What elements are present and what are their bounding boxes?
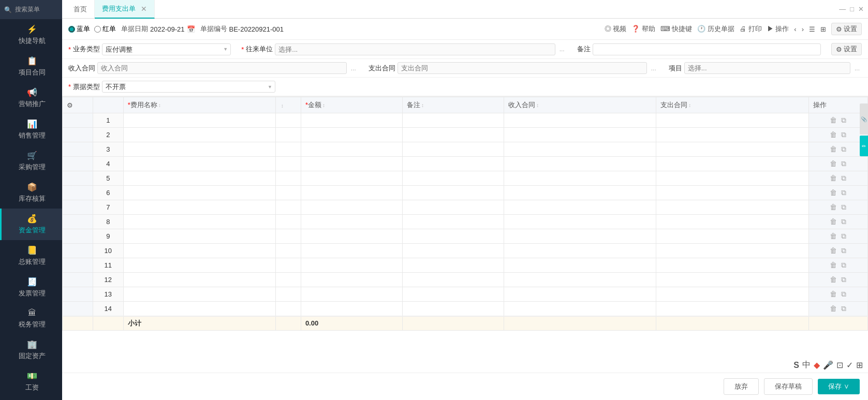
copy-row-10-button[interactable]: ⧉ bbox=[841, 246, 846, 255]
row-amount-11[interactable] bbox=[301, 258, 402, 273]
row-name-5[interactable] bbox=[123, 171, 275, 186]
voucher-type-select-wrap[interactable]: 不开票 bbox=[102, 81, 275, 93]
delete-row-14-button[interactable]: 🗑 bbox=[830, 304, 837, 313]
row-amount-8[interactable] bbox=[301, 215, 402, 229]
copy-row-4-button[interactable]: ⧉ bbox=[841, 159, 846, 168]
row-income-10[interactable] bbox=[504, 244, 656, 258]
list-view-button[interactable]: ☰ bbox=[809, 25, 815, 33]
row-expense-2[interactable] bbox=[656, 128, 808, 142]
project-ellipsis[interactable]: ... bbox=[852, 65, 862, 72]
delete-row-11-button[interactable]: 🗑 bbox=[830, 261, 837, 269]
project-input[interactable] bbox=[684, 62, 850, 74]
row-remark-5[interactable] bbox=[403, 171, 504, 186]
row-name-7[interactable] bbox=[123, 200, 275, 215]
row-income-7[interactable] bbox=[504, 200, 656, 215]
right-tool-2[interactable]: ✏ bbox=[860, 136, 868, 156]
row-amount-3[interactable] bbox=[301, 142, 402, 157]
row-remark-8[interactable] bbox=[403, 215, 504, 229]
row-amount-7[interactable] bbox=[301, 200, 402, 215]
mic-icon[interactable]: 🎤 bbox=[823, 360, 833, 370]
save-draft-button[interactable]: 保存草稿 bbox=[764, 378, 813, 395]
diamond-icon[interactable]: ◆ bbox=[814, 360, 820, 370]
operations-link[interactable]: ▶ 操作 bbox=[767, 24, 789, 34]
field-set-button[interactable]: ⚙ 设置 bbox=[831, 43, 862, 55]
copy-row-12-button[interactable]: ⧉ bbox=[841, 275, 846, 284]
row-remark-14[interactable] bbox=[403, 302, 504, 316]
sidebar-item-ops-mgmt[interactable]: 📈 经营管理 bbox=[0, 397, 62, 400]
copy-row-8-button[interactable]: ⧉ bbox=[841, 217, 846, 226]
history-link[interactable]: 🕐 历史单据 bbox=[697, 24, 734, 34]
help-link[interactable]: ❓ 帮助 bbox=[631, 24, 655, 34]
row-expense-6[interactable] bbox=[656, 186, 808, 200]
sidebar-item-tax[interactable]: 🏛 税务管理 bbox=[0, 303, 62, 334]
th-name[interactable]: *费用名称↕ bbox=[123, 97, 275, 113]
copy-row-2-button[interactable]: ⧉ bbox=[841, 130, 846, 139]
right-tool-1[interactable]: 📎 bbox=[860, 103, 868, 135]
row-income-1[interactable] bbox=[504, 113, 656, 128]
biz-type-select[interactable]: 应付调整 bbox=[102, 43, 231, 55]
th-sort[interactable]: ↕ bbox=[275, 97, 301, 113]
row-remark-4[interactable] bbox=[403, 157, 504, 171]
row-expense-4[interactable] bbox=[656, 157, 808, 171]
sidebar-search[interactable]: 🔍 搜索菜单 bbox=[0, 0, 62, 19]
remark-input[interactable] bbox=[593, 43, 821, 55]
sidebar-item-invoice[interactable]: 🧾 发票管理 bbox=[0, 272, 62, 303]
row-expense-13[interactable] bbox=[656, 287, 808, 302]
income-contract-input[interactable] bbox=[97, 62, 347, 74]
delete-row-6-button[interactable]: 🗑 bbox=[830, 188, 837, 197]
tab-close-icon[interactable]: ✕ bbox=[141, 5, 147, 13]
row-name-9[interactable] bbox=[123, 229, 275, 244]
expense-contract-ellipsis[interactable]: ... bbox=[649, 65, 658, 72]
row-remark-11[interactable] bbox=[403, 258, 504, 273]
row-expense-11[interactable] bbox=[656, 258, 808, 273]
copy-row-5-button[interactable]: ⧉ bbox=[841, 174, 846, 182]
sidebar-item-ledger[interactable]: 📒 总账管理 bbox=[0, 240, 62, 272]
row-remark-7[interactable] bbox=[403, 200, 504, 215]
delete-row-10-button[interactable]: 🗑 bbox=[830, 246, 837, 255]
prev-page-button[interactable]: ‹ bbox=[794, 25, 796, 33]
row-expense-9[interactable] bbox=[656, 229, 808, 244]
row-amount-2[interactable] bbox=[301, 128, 402, 142]
copy-row-13-button[interactable]: ⧉ bbox=[841, 290, 846, 298]
row-name-1[interactable] bbox=[123, 113, 275, 128]
row-income-8[interactable] bbox=[504, 215, 656, 229]
copy-row-7-button[interactable]: ⧉ bbox=[841, 203, 846, 211]
row-expense-3[interactable] bbox=[656, 142, 808, 157]
row-income-11[interactable] bbox=[504, 258, 656, 273]
row-amount-12[interactable] bbox=[301, 273, 402, 287]
delete-row-12-button[interactable]: 🗑 bbox=[830, 275, 837, 284]
chinese-icon[interactable]: 中 bbox=[802, 360, 811, 371]
th-gear[interactable]: ⚙ bbox=[63, 97, 93, 113]
set-button[interactable]: ⚙ 设置 bbox=[831, 23, 862, 35]
tab-home[interactable]: 首页 bbox=[66, 0, 95, 19]
row-expense-14[interactable] bbox=[656, 302, 808, 316]
row-income-13[interactable] bbox=[504, 287, 656, 302]
delete-row-5-button[interactable]: 🗑 bbox=[830, 174, 837, 182]
radio-red[interactable] bbox=[94, 26, 101, 33]
row-amount-14[interactable] bbox=[301, 302, 402, 316]
row-income-14[interactable] bbox=[504, 302, 656, 316]
row-amount-1[interactable] bbox=[301, 113, 402, 128]
copy-row-3-button[interactable]: ⧉ bbox=[841, 145, 846, 153]
row-amount-6[interactable] bbox=[301, 186, 402, 200]
copy-row-11-button[interactable]: ⧉ bbox=[841, 261, 846, 269]
minimize-button[interactable]: — bbox=[839, 5, 846, 13]
row-amount-5[interactable] bbox=[301, 171, 402, 186]
delete-row-1-button[interactable]: 🗑 bbox=[830, 116, 837, 124]
row-income-12[interactable] bbox=[504, 273, 656, 287]
sidebar-item-purchase[interactable]: 🛒 采购管理 bbox=[0, 145, 62, 177]
delete-row-13-button[interactable]: 🗑 bbox=[830, 290, 837, 298]
next-page-button[interactable]: › bbox=[802, 25, 804, 33]
video-link[interactable]: ◎ 视频 bbox=[605, 24, 627, 34]
save-button[interactable]: 保存 ∨ bbox=[818, 379, 860, 394]
delete-row-8-button[interactable]: 🗑 bbox=[830, 217, 837, 226]
row-remark-6[interactable] bbox=[403, 186, 504, 200]
row-income-2[interactable] bbox=[504, 128, 656, 142]
maximize-button[interactable]: □ bbox=[850, 5, 854, 13]
row-income-5[interactable] bbox=[504, 171, 656, 186]
row-expense-7[interactable] bbox=[656, 200, 808, 215]
calendar-icon[interactable]: 📅 bbox=[187, 25, 195, 33]
row-remark-12[interactable] bbox=[403, 273, 504, 287]
th-amount[interactable]: *金额↕ bbox=[301, 97, 402, 113]
delete-row-3-button[interactable]: 🗑 bbox=[830, 145, 837, 153]
